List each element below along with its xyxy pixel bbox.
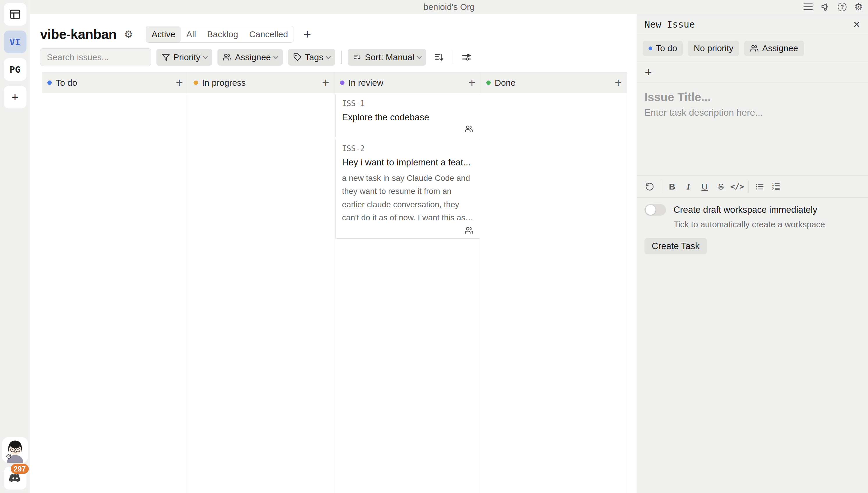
column-header: Done +	[481, 72, 627, 93]
add-card-button[interactable]: +	[322, 77, 329, 89]
create-draft-workspace-toggle[interactable]	[645, 204, 666, 216]
top-bar: benioid's Org ? ⚙	[30, 0, 868, 14]
panel-title: New Issue	[645, 19, 695, 30]
topbar-actions: ? ⚙	[803, 2, 868, 12]
divider	[748, 180, 748, 193]
priority-chip-label: No priority	[694, 43, 733, 53]
sort-direction-button[interactable]	[431, 50, 447, 65]
column-title: In progress	[202, 78, 246, 88]
assignee-label: Assignee	[235, 52, 270, 62]
issue-id: ISS-1	[342, 99, 474, 108]
tab-active[interactable]: Active	[146, 26, 181, 42]
assignees-icon[interactable]	[464, 226, 474, 235]
help-button[interactable]: ?	[838, 3, 846, 11]
close-panel-button[interactable]: ✕	[853, 19, 861, 30]
workspace-toggle-section: Create draft workspace immediately Tick …	[637, 198, 868, 261]
issue-property-chips: To do No priority Assignee	[637, 35, 868, 62]
toggle-knob	[646, 205, 655, 215]
toggle-label: Create draft workspace immediately	[674, 205, 817, 215]
priority-filter-button[interactable]: Priority	[156, 49, 212, 66]
users-icon	[750, 44, 759, 52]
assignee-filter-button[interactable]: Assignee	[217, 49, 283, 66]
discord-button[interactable]: 297	[4, 467, 26, 490]
tag-icon	[293, 53, 302, 61]
search-input[interactable]	[40, 48, 151, 66]
status-chip[interactable]: To do	[643, 41, 683, 56]
chevron-down-icon	[203, 54, 208, 59]
divider	[341, 50, 342, 64]
plus-icon: +	[11, 90, 19, 104]
issue-card[interactable]: ISS-1 Explore the codebase	[335, 94, 480, 137]
add-property-button[interactable]: +	[645, 66, 652, 79]
avatar-illustration	[2, 437, 28, 463]
sidebar-item-layout[interactable]	[4, 3, 26, 26]
bullet-list-icon	[755, 182, 764, 191]
code-button[interactable]: </>	[729, 179, 745, 194]
svg-text:1: 1	[772, 182, 774, 186]
display-options-button[interactable]	[459, 50, 474, 65]
tab-cancelled[interactable]: Cancelled	[244, 26, 293, 42]
workspace-initials: VI	[9, 37, 20, 47]
italic-button[interactable]: I	[680, 179, 696, 194]
issue-card[interactable]: ISS-2 Hey i want to implement a feat... …	[335, 139, 480, 239]
issue-description: a new task in say Claude Code and they w…	[342, 172, 474, 224]
issue-title-input[interactable]	[645, 89, 861, 106]
strikethrough-button[interactable]: S	[713, 179, 729, 194]
kanban-board: To do + In progress + In review + ISS-1	[42, 72, 627, 493]
assignee-chip[interactable]: Assignee	[744, 41, 804, 56]
view-tabs: Active All Backlog Cancelled	[146, 26, 294, 43]
numbered-list-icon: 1 2	[771, 182, 781, 191]
bold-button[interactable]: B	[664, 179, 680, 194]
tags-filter-button[interactable]: Tags	[288, 49, 335, 66]
org-title: benioid's Org	[30, 2, 868, 12]
project-header: vibe-kanban ⚙ Active All Backlog Cancell…	[40, 26, 636, 43]
add-view-button[interactable]: +	[304, 27, 311, 42]
numbered-list-button[interactable]: 1 2	[768, 179, 784, 194]
assignee-chip-label: Assignee	[762, 43, 798, 53]
menu-button[interactable]	[803, 3, 813, 10]
column-header: In progress +	[188, 72, 334, 93]
column-done: Done +	[481, 72, 627, 493]
svg-text:2: 2	[772, 187, 774, 191]
announcements-button[interactable]	[820, 2, 830, 12]
column-header: In review +	[335, 72, 481, 93]
underline-button[interactable]: U	[696, 179, 713, 194]
panel-header: New Issue ✕	[637, 14, 868, 35]
chevron-down-icon	[417, 54, 422, 59]
tab-all[interactable]: All	[181, 26, 201, 42]
column-title: In review	[349, 78, 384, 88]
status-dot	[649, 46, 652, 50]
add-card-button[interactable]: +	[468, 77, 476, 89]
sidebar-item-workspace-pg[interactable]: PG	[4, 58, 26, 81]
add-workspace-button[interactable]: +	[4, 86, 26, 108]
issue-description-input[interactable]	[645, 107, 861, 169]
divider	[453, 50, 453, 64]
chevron-down-icon	[326, 54, 331, 59]
add-card-button[interactable]: +	[176, 77, 183, 89]
priority-chip[interactable]: No priority	[688, 41, 739, 56]
toggle-row: Create draft workspace immediately	[645, 204, 861, 216]
column-cards: ISS-1 Explore the codebase ISS-2 Hey i w	[335, 93, 481, 241]
main-content: vibe-kanban ⚙ Active All Backlog Cancell…	[30, 14, 636, 493]
undo-button[interactable]	[642, 179, 658, 194]
sort-button[interactable]: Sort: Manual	[348, 49, 426, 66]
create-task-button[interactable]: Create Task	[645, 238, 707, 254]
sort-descending-icon	[433, 52, 444, 63]
filter-funnel-icon	[161, 53, 170, 61]
add-card-button[interactable]: +	[614, 77, 622, 89]
layout-panels-icon	[9, 8, 21, 20]
issue-title: Explore the codebase	[342, 112, 474, 123]
column-cards	[481, 93, 627, 94]
user-avatar[interactable]	[2, 437, 28, 463]
column-title: To do	[56, 78, 77, 88]
page-title: vibe-kanban	[40, 26, 116, 42]
settings-button[interactable]: ⚙	[854, 2, 863, 12]
tab-backlog[interactable]: Backlog	[201, 26, 244, 42]
bullet-list-button[interactable]	[752, 179, 768, 194]
project-settings-button[interactable]: ⚙	[124, 29, 133, 39]
app-sidebar: VI PG +	[0, 0, 30, 493]
assignees-icon[interactable]	[464, 124, 474, 133]
issue-title: Hey i want to implement a feat...	[342, 157, 474, 168]
sidebar-item-workspace-vi[interactable]: VI	[4, 30, 26, 53]
card-footer	[342, 226, 474, 235]
